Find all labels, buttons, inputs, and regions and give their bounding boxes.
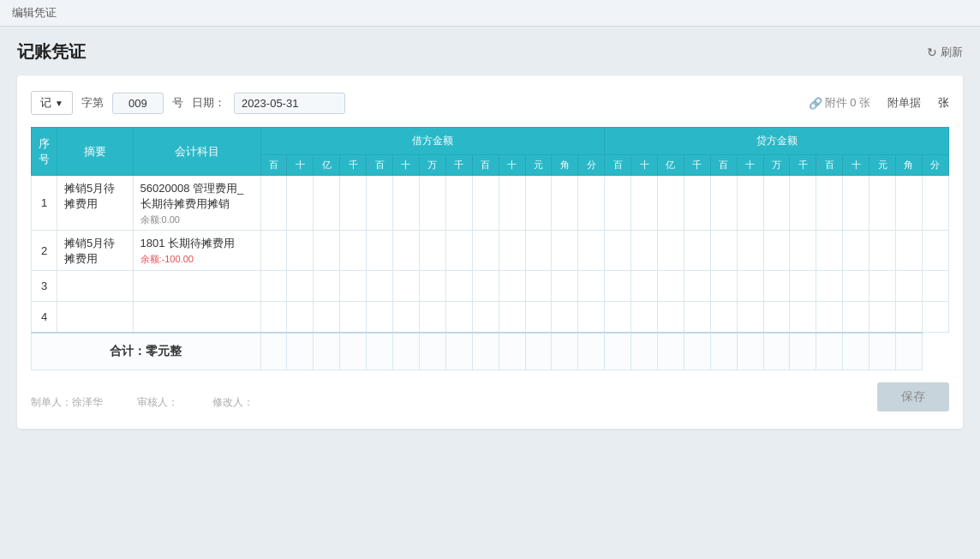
credit-cell[interactable] xyxy=(843,231,869,271)
credit-cell[interactable] xyxy=(922,231,948,271)
row-account[interactable]: 56020008 管理费用_长期待摊费用摊销余额:0.00 xyxy=(133,176,260,231)
debit-cell[interactable] xyxy=(552,176,578,231)
debit-cell[interactable] xyxy=(314,231,340,271)
debit-cell[interactable] xyxy=(445,302,472,333)
debit-cell[interactable] xyxy=(314,271,340,302)
credit-cell[interactable] xyxy=(605,231,631,271)
credit-cell[interactable] xyxy=(843,176,869,231)
row-summary[interactable]: 摊销5月待摊费用 xyxy=(57,231,133,271)
credit-cell[interactable] xyxy=(922,176,948,231)
debit-cell[interactable] xyxy=(419,271,445,302)
debit-cell[interactable] xyxy=(445,271,472,302)
debit-cell[interactable] xyxy=(525,302,552,333)
debit-cell[interactable] xyxy=(472,231,499,271)
debit-cell[interactable] xyxy=(367,302,393,333)
debit-cell[interactable] xyxy=(499,271,525,302)
debit-cell[interactable] xyxy=(393,302,420,333)
credit-cell[interactable] xyxy=(790,302,816,333)
credit-cell[interactable] xyxy=(710,302,737,333)
credit-cell[interactable] xyxy=(737,302,763,333)
debit-cell[interactable] xyxy=(578,271,605,302)
credit-cell[interactable] xyxy=(657,271,684,302)
credit-cell[interactable] xyxy=(790,176,816,231)
credit-cell[interactable] xyxy=(737,176,763,231)
credit-cell[interactable] xyxy=(763,302,790,333)
credit-cell[interactable] xyxy=(816,271,843,302)
credit-cell[interactable] xyxy=(816,231,843,271)
debit-cell[interactable] xyxy=(578,231,605,271)
credit-cell[interactable] xyxy=(684,231,710,271)
debit-cell[interactable] xyxy=(552,302,578,333)
credit-cell[interactable] xyxy=(763,176,790,231)
row-summary[interactable]: 摊销5月待摊费用 xyxy=(57,176,133,231)
credit-cell[interactable] xyxy=(869,231,896,271)
debit-cell[interactable] xyxy=(340,231,367,271)
credit-cell[interactable] xyxy=(843,271,869,302)
debit-cell[interactable] xyxy=(287,302,314,333)
refresh-button[interactable]: ↻ 刷新 xyxy=(927,45,963,60)
debit-cell[interactable] xyxy=(525,231,552,271)
voucher-number-input[interactable] xyxy=(112,93,164,114)
credit-cell[interactable] xyxy=(710,271,737,302)
credit-cell[interactable] xyxy=(710,176,737,231)
voucher-type-button[interactable]: 记 ▼ xyxy=(31,91,73,115)
credit-cell[interactable] xyxy=(657,176,684,231)
debit-cell[interactable] xyxy=(552,231,578,271)
credit-cell[interactable] xyxy=(843,302,869,333)
debit-cell[interactable] xyxy=(314,302,340,333)
debit-cell[interactable] xyxy=(287,231,314,271)
credit-cell[interactable] xyxy=(895,176,922,231)
credit-cell[interactable] xyxy=(816,176,843,231)
credit-cell[interactable] xyxy=(922,302,948,333)
debit-cell[interactable] xyxy=(367,271,393,302)
row-summary[interactable] xyxy=(57,271,133,302)
credit-cell[interactable] xyxy=(895,231,922,271)
credit-cell[interactable] xyxy=(895,271,922,302)
row-account[interactable]: 1801 长期待摊费用余额:-100.00 xyxy=(133,231,260,271)
credit-cell[interactable] xyxy=(790,271,816,302)
debit-cell[interactable] xyxy=(367,231,393,271)
credit-cell[interactable] xyxy=(737,231,763,271)
debit-cell[interactable] xyxy=(260,302,287,333)
debit-cell[interactable] xyxy=(340,176,367,231)
debit-cell[interactable] xyxy=(472,271,499,302)
debit-cell[interactable] xyxy=(419,302,445,333)
credit-cell[interactable] xyxy=(657,231,684,271)
debit-cell[interactable] xyxy=(393,231,420,271)
debit-cell[interactable] xyxy=(260,231,287,271)
debit-cell[interactable] xyxy=(287,271,314,302)
debit-cell[interactable] xyxy=(393,176,420,231)
credit-cell[interactable] xyxy=(763,231,790,271)
credit-cell[interactable] xyxy=(895,302,922,333)
row-summary[interactable] xyxy=(57,302,133,333)
debit-cell[interactable] xyxy=(499,302,525,333)
save-button[interactable]: 保存 xyxy=(877,382,949,412)
debit-cell[interactable] xyxy=(445,231,472,271)
debit-cell[interactable] xyxy=(472,176,499,231)
credit-cell[interactable] xyxy=(605,271,631,302)
credit-cell[interactable] xyxy=(790,231,816,271)
credit-cell[interactable] xyxy=(869,302,896,333)
credit-cell[interactable] xyxy=(684,271,710,302)
debit-cell[interactable] xyxy=(260,271,287,302)
debit-cell[interactable] xyxy=(472,302,499,333)
credit-cell[interactable] xyxy=(657,302,684,333)
credit-cell[interactable] xyxy=(631,302,658,333)
credit-cell[interactable] xyxy=(922,271,948,302)
credit-cell[interactable] xyxy=(631,231,658,271)
debit-cell[interactable] xyxy=(499,231,525,271)
debit-cell[interactable] xyxy=(578,176,605,231)
debit-cell[interactable] xyxy=(499,176,525,231)
debit-cell[interactable] xyxy=(314,176,340,231)
credit-cell[interactable] xyxy=(737,271,763,302)
debit-cell[interactable] xyxy=(367,176,393,231)
row-account[interactable] xyxy=(133,302,260,333)
debit-cell[interactable] xyxy=(340,271,367,302)
credit-cell[interactable] xyxy=(816,302,843,333)
credit-cell[interactable] xyxy=(605,176,631,231)
debit-cell[interactable] xyxy=(445,176,472,231)
debit-cell[interactable] xyxy=(578,302,605,333)
debit-cell[interactable] xyxy=(393,271,420,302)
credit-cell[interactable] xyxy=(684,176,710,231)
debit-cell[interactable] xyxy=(419,231,445,271)
